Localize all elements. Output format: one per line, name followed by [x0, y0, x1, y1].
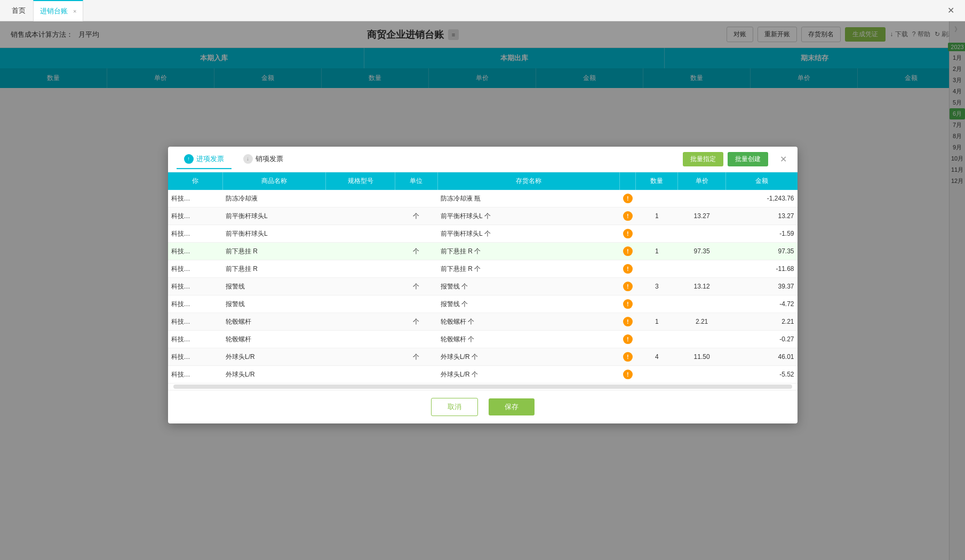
- cell-supplier: 科技…: [168, 366, 223, 383]
- th-product-name: 商品名称: [222, 172, 326, 190]
- cell-supplier: 科技…: [168, 207, 223, 225]
- cell-product-name: 前平衡杆球头L: [222, 207, 326, 225]
- cell-inventory-name: 前平衡杆球头L 个: [437, 207, 620, 225]
- tab2-label: 销项发票: [256, 154, 283, 164]
- th-supplier: 你: [168, 172, 223, 190]
- cell-unit: 个: [395, 278, 437, 295]
- cell-spec: [326, 225, 395, 243]
- table-row: 科技… 前平衡杆球头L 前平衡杆球头L 个 ! -1.59: [168, 225, 797, 243]
- cell-supplier: 科技…: [168, 278, 223, 295]
- cell-unit-price: [678, 260, 726, 278]
- cell-unit: [395, 260, 437, 278]
- cell-product-name: 外球头L/R: [222, 348, 326, 366]
- cell-amount: -4.72: [726, 295, 797, 313]
- cell-qty: 3: [636, 278, 678, 295]
- horizontal-scrollbar[interactable]: [173, 385, 792, 389]
- th-warn: [620, 172, 636, 190]
- cell-warn: !: [620, 366, 636, 383]
- cell-supplier: 科技…: [168, 295, 223, 313]
- table-row: 科技… 报警线 个 报警线 个 ! 3 13.12 39.37: [168, 278, 797, 295]
- cell-spec: [326, 366, 395, 383]
- cancel-button[interactable]: 取消: [431, 398, 478, 416]
- cell-spec: [326, 243, 395, 260]
- warning-icon: !: [623, 352, 633, 362]
- cell-warn: !: [620, 278, 636, 295]
- cell-unit: 个: [395, 348, 437, 366]
- cell-amount: -1,243.76: [726, 190, 797, 207]
- cell-warn: !: [620, 260, 636, 278]
- tab-outbound-invoice[interactable]: ↓ 销项发票: [236, 150, 291, 169]
- cell-unit: [395, 295, 437, 313]
- th-inventory-name: 存货名称: [437, 172, 620, 190]
- modal-footer: 取消 保存: [168, 390, 797, 423]
- cell-spec: [326, 207, 395, 225]
- modal-close-button[interactable]: ✕: [778, 152, 789, 166]
- tab-inbound-invoice[interactable]: ↑ 进项发票: [177, 150, 232, 169]
- cell-inventory-name: 防冻冷却液 瓶: [437, 190, 620, 207]
- cell-unit-price: 11.50: [678, 348, 726, 366]
- main-area: 销售成本计算方法： 月平均 商贸企业进销台账 ≡ 对账 重新开账 存货别名 生成…: [0, 21, 965, 560]
- batch-create-button[interactable]: 批量创建: [728, 152, 768, 166]
- table-row: 科技… 轮毂螺杆 个 轮毂螺杆 个 ! 1 2.21 2.21: [168, 313, 797, 331]
- cell-product-name: 前下悬挂 R: [222, 260, 326, 278]
- cell-qty: [636, 260, 678, 278]
- batch-assign-button[interactable]: 批量指定: [683, 152, 723, 166]
- tab-active[interactable]: 进销台账 ×: [33, 0, 83, 21]
- cell-warn: !: [620, 331, 636, 348]
- cell-warn: !: [620, 295, 636, 313]
- cell-unit-price: 13.27: [678, 207, 726, 225]
- save-button[interactable]: 保存: [489, 398, 535, 415]
- warning-icon: !: [623, 317, 633, 326]
- table-row: 科技… 轮毂螺杆 轮毂螺杆 个 ! -0.27: [168, 331, 797, 348]
- cell-supplier: 科技…: [168, 260, 223, 278]
- cell-amount: 39.37: [726, 278, 797, 295]
- cell-warn: !: [620, 313, 636, 331]
- cell-qty: [636, 225, 678, 243]
- cell-amount: 46.01: [726, 348, 797, 366]
- warning-icon: !: [623, 211, 633, 221]
- cell-product-name: 外球头L/R: [222, 366, 326, 383]
- modal-dialog: ↑ 进项发票 ↓ 销项发票 批量指定 批量创建 ✕ 你 商品名称 规格型号: [168, 147, 797, 423]
- tab-home[interactable]: 首页: [4, 0, 33, 21]
- th-unit: 单位: [395, 172, 437, 190]
- top-bar: 首页 进销台账 × ✕: [0, 0, 965, 21]
- cell-unit-price: [678, 295, 726, 313]
- cell-qty: [636, 331, 678, 348]
- cell-inventory-name: 前下悬挂 R 个: [437, 260, 620, 278]
- cell-warn: !: [620, 243, 636, 260]
- cell-amount: 2.21: [726, 313, 797, 331]
- cell-unit: [395, 331, 437, 348]
- cell-inventory-name: 轮毂螺杆 个: [437, 313, 620, 331]
- warning-icon: !: [623, 264, 633, 274]
- cell-amount: 97.35: [726, 243, 797, 260]
- cell-product-name: 报警线: [222, 278, 326, 295]
- table-row: 科技… 外球头L/R 个 外球头L/R 个 ! 4 11.50 46.01: [168, 348, 797, 366]
- window-close-button[interactable]: ✕: [941, 5, 961, 15]
- cell-spec: [326, 190, 395, 207]
- cell-supplier: 科技…: [168, 243, 223, 260]
- table-row: 科技… 前平衡杆球头L 个 前平衡杆球头L 个 ! 1 13.27 13.27: [168, 207, 797, 225]
- cell-inventory-name: 前下悬挂 R 个: [437, 243, 620, 260]
- cell-supplier: 科技…: [168, 331, 223, 348]
- cell-product-name: 轮毂螺杆: [222, 313, 326, 331]
- cell-inventory-name: 报警线 个: [437, 278, 620, 295]
- cell-spec: [326, 278, 395, 295]
- cell-unit-price: [678, 366, 726, 383]
- warning-icon: !: [623, 334, 633, 344]
- cell-unit-price: 13.12: [678, 278, 726, 295]
- inbound-tab-icon: ↑: [184, 154, 194, 164]
- cell-product-name: 报警线: [222, 295, 326, 313]
- cell-unit: 个: [395, 207, 437, 225]
- cell-amount: 13.27: [726, 207, 797, 225]
- cell-amount: -11.68: [726, 260, 797, 278]
- cell-warn: !: [620, 207, 636, 225]
- cell-unit-price: [678, 190, 726, 207]
- invoice-table: 你 商品名称 规格型号 单位 存货名称 数量 单价 金额 科技… 防冻冷却液 防…: [168, 172, 797, 383]
- tab-close-icon[interactable]: ×: [73, 1, 76, 22]
- modal-actions: 批量指定 批量创建: [683, 152, 768, 166]
- tab-active-label: 进销台账: [40, 1, 68, 22]
- cell-unit-price: [678, 331, 726, 348]
- cell-spec: [326, 313, 395, 331]
- cell-unit-price: [678, 225, 726, 243]
- th-qty: 数量: [636, 172, 678, 190]
